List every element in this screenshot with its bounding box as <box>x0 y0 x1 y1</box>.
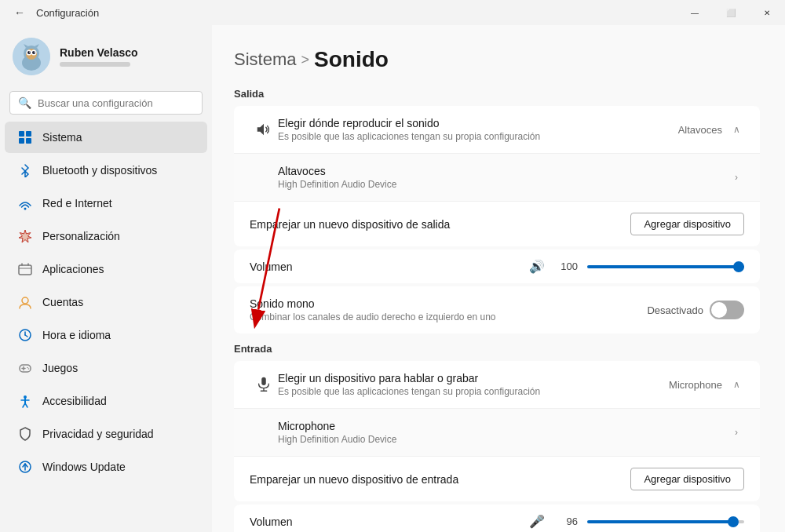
volumen-entrada-slider-container <box>587 520 744 523</box>
svg-rect-13 <box>19 131 24 137</box>
volumen-entrada-value: 96 <box>554 516 578 527</box>
app-title: Configuración <box>36 7 99 19</box>
breadcrumb-parent: Sistema <box>234 49 296 70</box>
sidebar-item-red[interactable]: Red e Internet <box>5 188 207 219</box>
volume-icon: 🔊 <box>529 259 545 274</box>
microphone-title: Microphone <box>278 420 728 432</box>
emparejar-entrada-text: Emparejar un nuevo dispositivo de entrad… <box>250 473 630 486</box>
user-name: Ruben Velasco <box>60 46 138 59</box>
entrada-elegir-title: Elegir un dispositivo para hablar o grab… <box>278 372 669 384</box>
altavoces-row[interactable]: Altavoces High Definition Audio Device › <box>234 154 760 202</box>
back-button[interactable]: ← <box>9 3 30 22</box>
privacidad-icon <box>17 426 33 442</box>
sidebar-item-windows-update[interactable]: Windows Update <box>5 451 207 483</box>
volumen-entrada-slider[interactable] <box>587 520 744 523</box>
search-input[interactable] <box>38 97 194 109</box>
entrada-section-label: Entrada <box>234 343 760 355</box>
mic-icon <box>250 376 278 393</box>
sidebar-label-personalizacion: Personalización <box>42 230 120 242</box>
volumen-salida-row: Volumen 🔊 100 <box>234 250 760 283</box>
volumen-salida-slider[interactable] <box>587 265 744 268</box>
accesibilidad-icon <box>17 393 33 409</box>
sidebar-label-accesibilidad: Accesibilidad <box>42 395 107 407</box>
altavoces-text: Altavoces High Definition Audio Device <box>278 165 728 190</box>
titlebar: ← Configuración — ⬜ ✕ <box>0 0 785 25</box>
sidebar-item-personalizacion[interactable]: Personalización <box>5 220 207 252</box>
svg-point-29 <box>27 367 28 369</box>
sistema-icon <box>17 129 33 145</box>
avatar <box>13 38 50 75</box>
agregar-salida-button[interactable]: Agregar dispositivo <box>630 213 744 235</box>
red-icon <box>17 195 33 211</box>
sidebar-label-red: Red e Internet <box>42 197 112 210</box>
close-button[interactable]: ✕ <box>749 0 785 25</box>
salida-section-label: Salida <box>234 88 760 100</box>
sidebar-item-accesibilidad[interactable]: Accesibilidad <box>5 385 207 417</box>
search-box: 🔍 <box>9 91 203 115</box>
sidebar: Ruben Velasco 🔍 Sistema <box>0 25 212 532</box>
sidebar-label-aplicaciones: Aplicaciones <box>42 263 104 275</box>
mono-right: Desactivado <box>647 301 744 319</box>
svg-point-9 <box>34 52 35 53</box>
agregar-entrada-button[interactable]: Agregar dispositivo <box>630 468 744 490</box>
sidebar-label-juegos: Juegos <box>42 362 78 374</box>
volumen-entrada-row: Volumen 🎤 96 <box>234 505 760 532</box>
salida-elegir-label: Altavoces <box>678 124 722 136</box>
sidebar-item-privacidad[interactable]: Privacidad y seguridad <box>5 418 207 450</box>
sidebar-item-bluetooth[interactable]: Bluetooth y dispositivos <box>5 155 207 186</box>
juegos-icon <box>17 360 33 376</box>
cuentas-icon <box>17 294 33 310</box>
entrada-elegir-text: Elegir un dispositivo para hablar o grab… <box>278 372 669 397</box>
mono-toggle[interactable] <box>710 301 744 319</box>
hora-icon <box>17 327 33 343</box>
svg-rect-41 <box>261 377 266 385</box>
entrada-elegir-label: Microphone <box>669 379 722 391</box>
minimize-button[interactable]: — <box>677 0 713 25</box>
svg-line-34 <box>23 403 25 407</box>
app-body: Ruben Velasco 🔍 Sistema <box>0 25 785 532</box>
entrada-card: Elegir un dispositivo para hablar o grab… <box>234 361 760 501</box>
svg-point-5 <box>27 51 31 54</box>
sidebar-item-aplicaciones[interactable]: Aplicaciones <box>5 253 207 285</box>
speaker-icon <box>250 121 278 138</box>
emparejar-salida-text: Emparejar un nuevo dispositivo de salida <box>250 218 630 231</box>
breadcrumb-separator: > <box>301 52 309 68</box>
entrada-elegir-subtitle: Es posible que las aplicaciones tengan s… <box>278 386 669 397</box>
salida-elegir-title: Elegir dónde reproducir el sonido <box>278 117 678 129</box>
svg-point-8 <box>32 51 35 54</box>
emparejar-salida-row: Emparejar un nuevo dispositivo de salida… <box>234 202 760 246</box>
maximize-button[interactable]: ⬜ <box>713 0 749 25</box>
sidebar-item-hora[interactable]: Hora e idioma <box>5 319 207 351</box>
sidebar-label-sistema: Sistema <box>42 131 82 144</box>
sidebar-item-sistema[interactable]: Sistema <box>5 122 207 153</box>
salida-card: Elegir dónde reproducir el sonido Es pos… <box>234 106 760 246</box>
microphone-chevron-icon: › <box>728 425 744 440</box>
salida-elegir-row[interactable]: Elegir dónde reproducir el sonido Es pos… <box>234 106 760 154</box>
mono-toggle-label: Desactivado <box>647 304 703 316</box>
svg-rect-18 <box>19 265 31 275</box>
salida-elegir-text: Elegir dónde reproducir el sonido Es pos… <box>278 117 678 142</box>
sidebar-label-cuentas: Cuentas <box>42 296 83 308</box>
salida-elegir-right: Altavoces ∧ <box>678 122 744 137</box>
sidebar-item-cuentas[interactable]: Cuentas <box>5 286 207 318</box>
mono-subtitle: Combinar los canales de audio derecho e … <box>250 312 641 322</box>
microphone-row[interactable]: Microphone High Definition Audio Device … <box>234 409 760 457</box>
volumen-entrada-label: Volumen <box>250 516 520 528</box>
svg-point-6 <box>29 52 30 53</box>
entrada-chevron-up-icon: ∧ <box>728 377 744 392</box>
microphone-text: Microphone High Definition Audio Device <box>278 420 728 445</box>
svg-rect-16 <box>26 138 31 144</box>
mic-volume-icon: 🎤 <box>529 514 545 529</box>
volumen-salida-slider-container <box>587 265 744 268</box>
entrada-elegir-row[interactable]: Elegir un dispositivo para hablar o grab… <box>234 361 760 409</box>
emparejar-entrada-title: Emparejar un nuevo dispositivo de entrad… <box>250 473 630 486</box>
sidebar-item-juegos[interactable]: Juegos <box>5 352 207 384</box>
breadcrumb: Sistema > Sonido <box>234 47 760 72</box>
chevron-up-icon: ∧ <box>728 122 744 137</box>
breadcrumb-current: Sonido <box>314 47 389 72</box>
titlebar-left: ← Configuración <box>9 3 99 22</box>
svg-point-22 <box>22 297 28 304</box>
main-content: Sistema > Sonido Salida Elegir dónde rep… <box>212 25 785 532</box>
svg-point-30 <box>28 368 30 370</box>
svg-line-25 <box>25 335 27 337</box>
